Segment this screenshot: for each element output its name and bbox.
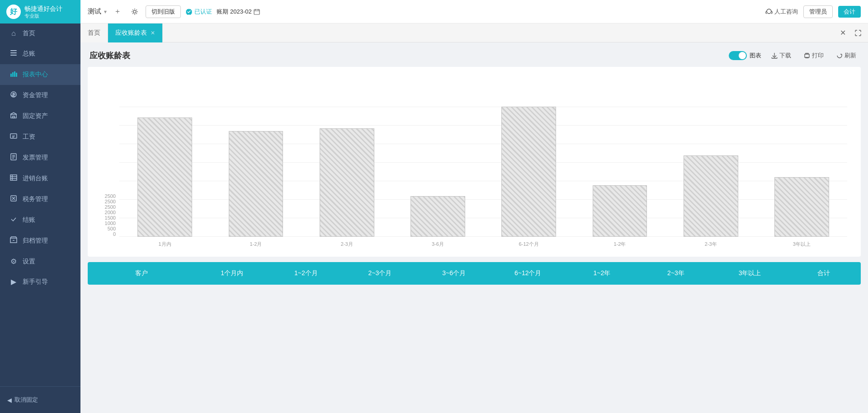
project-name: 测试 [88,7,101,16]
sidebar-logo: 好 畅捷通好会计 专业版 [0,0,80,23]
tab-aging[interactable]: 应收账龄表 ✕ [108,23,163,42]
y-label-2: 1000 [105,221,116,226]
y-label-3: 1500 [105,215,116,221]
sidebar-item-settings[interactable]: ⚙ 设置 [0,251,80,272]
content-area: 应收账龄表 图表 下载 打印 [80,42,868,413]
cancel-fixed-label: 取消固定 [14,396,38,404]
bars-row [119,107,847,248]
bar-wrapper-5 [593,185,647,237]
bar-group-4 [483,107,574,237]
sidebar-label-assets: 固定资产 [23,112,48,120]
sidebar-item-assets[interactable]: 固定资产 [0,106,80,127]
sidebar-label-tax: 税务管理 [23,195,48,203]
cancel-fixed-icon: ◀ [7,397,12,404]
refresh-icon [836,52,843,59]
bar-2[interactable] [320,128,374,237]
invoice-icon [9,153,18,162]
bar-group-6 [665,155,756,237]
expand-btn[interactable] [852,27,864,39]
tax-icon [9,195,18,204]
period-label: 账期 [217,8,228,16]
refresh-label: 刷新 [844,52,856,60]
add-button[interactable]: ＋ [111,5,124,18]
sidebar-item-ledger[interactable]: 总账 [0,43,80,64]
bar-0[interactable] [137,117,192,237]
calendar-icon[interactable] [254,9,260,15]
manager-btn[interactable]: 管理员 [803,5,833,18]
bar-wrapper-3 [410,196,465,237]
tab-aging-close[interactable]: ✕ [151,30,155,36]
table-header-5: 6~12个月 [491,262,565,285]
svg-rect-0 [10,50,17,51]
y-axis: 2500 2500 2500 2000 1500 1000 500 0 [101,193,119,248]
refresh-btn[interactable]: 刷新 [834,50,859,61]
sidebar-label-reports: 报表中心 [23,70,48,79]
archive-icon [9,236,18,245]
purchase-icon [9,174,18,183]
sidebar-item-invoice[interactable]: 发票管理 [0,147,80,168]
bar-1[interactable] [229,131,283,237]
guide-icon: ▶ [9,277,18,286]
bar-6[interactable] [684,155,738,237]
cancel-fixed-btn[interactable]: ◀ 取消固定 [0,391,80,408]
svg-rect-4 [12,72,14,77]
bar-group-0 [119,117,210,237]
sidebar-item-funds[interactable]: 资金管理 [0,85,80,106]
chart-area: 2500 2500 2500 2000 1500 1000 500 0 [88,67,861,257]
page-actions: 图表 下载 打印 刷新 [729,50,859,61]
sidebar-label-guide: 新手引导 [23,278,48,286]
table-header-0: 客户 [88,262,195,285]
verified-badge: 已认证 [185,8,212,16]
table-container: 客户1个月内1~2个月2~3个月3~6个月6~12个月1~2年2~3年3年以上合… [88,262,861,285]
switch-old-version-btn[interactable]: 切到旧版 [146,5,181,18]
page-header: 应收账龄表 图表 下载 打印 [88,50,861,61]
settings-button[interactable] [128,5,141,18]
funds-icon [9,91,18,100]
bar-4[interactable] [501,107,556,237]
help-btn[interactable]: 人工咨询 [765,8,798,16]
home-icon: ⌂ [9,29,18,38]
sidebar-label-funds: 资金管理 [23,91,48,99]
checkout-icon [9,216,18,225]
bar-7[interactable] [774,177,829,237]
download-icon [771,52,778,59]
verified-label: 已认证 [194,8,212,16]
print-btn[interactable]: 打印 [801,50,826,61]
bar-wrapper-1 [229,131,283,237]
tab-home[interactable]: 首页 [80,23,108,42]
sidebar-item-guide[interactable]: ▶ 新手引导 [0,272,80,292]
table-header: 客户1个月内1~2个月2~3个月3~6个月6~12个月1~2年2~3年3年以上合… [88,262,861,285]
app-name: 畅捷通好会计 [24,5,62,13]
sidebar-item-archive[interactable]: 归档管理 [0,230,80,251]
period-value: 2023-02 [230,8,252,15]
help-label: 人工咨询 [774,8,798,16]
sidebar-item-tax[interactable]: 税务管理 [0,189,80,210]
tabbar-right: ✕ [836,27,868,39]
project-selector[interactable]: 测试 ▾ [88,7,107,16]
sidebar-item-checkout[interactable]: 结账 [0,210,80,230]
bar-5[interactable] [593,185,647,237]
svg-point-17 [767,9,771,14]
chart-inner: 2500 2500 2500 2000 1500 1000 500 0 [101,76,847,248]
bar-group-3 [392,196,483,237]
print-icon [804,52,810,59]
chart-toggle[interactable] [729,51,747,60]
role-btn[interactable]: 会计 [838,6,861,18]
sidebar-item-home[interactable]: ⌂ 首页 [0,23,80,43]
close-panel-btn[interactable]: ✕ [836,27,849,39]
sidebar-label-payroll: 工资 [23,133,35,141]
download-btn[interactable]: 下载 [769,50,794,61]
bar-3[interactable] [410,196,465,237]
sidebar-label-purchase: 进销台账 [23,174,48,183]
tab-aging-label: 应收账龄表 [115,29,147,37]
table-header-4: 3~6个月 [417,262,491,285]
svg-rect-3 [10,74,12,77]
chart-plot: 1月内1-2月2-3月3-6月6-12个月1-2年2-3年3年以上 [119,107,847,248]
sidebar-label-home: 首页 [23,29,35,38]
assets-icon [9,112,18,121]
svg-rect-16 [254,9,259,14]
sidebar-item-payroll[interactable]: 工资 [0,127,80,147]
download-label: 下载 [779,52,791,60]
sidebar-item-purchase[interactable]: 进销台账 [0,168,80,189]
sidebar-item-reports[interactable]: 报表中心 [0,64,80,85]
